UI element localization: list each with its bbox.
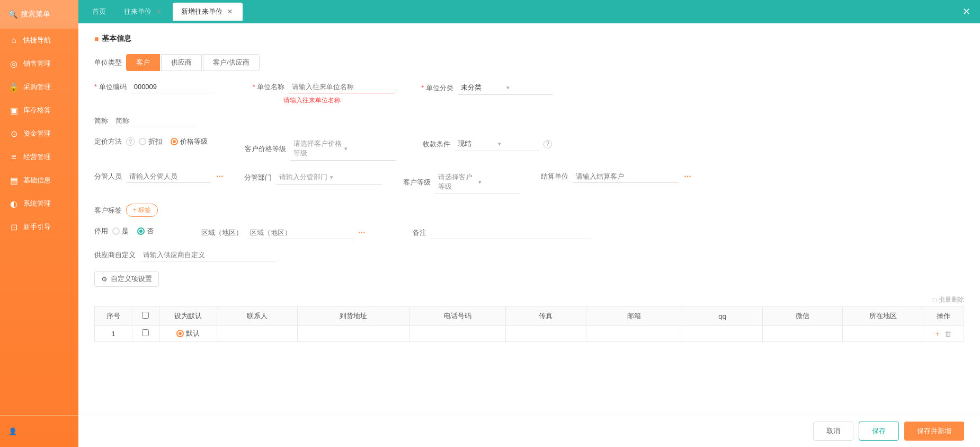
sidebar-item-purchase[interactable]: 🔒采购管理 (0, 75, 78, 99)
dept-select[interactable]: 请输入分管部门 ▾ (276, 170, 382, 185)
region-field: 区域（地区） ··· (201, 226, 365, 239)
custom-settings-label: 自定义项设置 (111, 274, 152, 284)
contact-input[interactable] (236, 330, 278, 338)
supplier-custom-input[interactable] (140, 249, 278, 261)
dept-label: 分管部门 (244, 173, 272, 182)
unit-category-select[interactable]: 未分类 ▾ (458, 81, 553, 95)
supplier-custom-label: 供应商自定义 (94, 250, 136, 260)
col-phone: 电话号码 (409, 307, 506, 326)
pricing-level-label: 价格等级 (180, 137, 208, 146)
customer-level-select[interactable]: 请选择客户等级 ▾ (435, 170, 520, 194)
sales-icon: ◎ (8, 58, 19, 69)
sidebar-item-system[interactable]: ◐系统管理 (0, 192, 78, 215)
sidebar-item-operations[interactable]: ≡经营管理 (0, 145, 78, 169)
save-button[interactable]: 保存 (859, 422, 899, 441)
settlement-input[interactable] (573, 170, 679, 183)
finance-icon: ⊙ (8, 128, 19, 139)
sidebar-item-inventory[interactable]: ▣库存核算 (0, 99, 78, 122)
custom-settings-button[interactable]: ⚙ 自定义项设置 (94, 271, 159, 287)
add-tag-button[interactable]: + 标签 (126, 204, 158, 217)
delete-row-btn[interactable]: 🗑 (945, 330, 951, 338)
pricing-help-icon[interactable]: ? (126, 137, 135, 146)
unit-name-input[interactable] (289, 81, 395, 93)
unit-name-field: 单位名称 (253, 81, 395, 93)
disabled-row: 停用 是 否 区域（地区） ··· 备注 (94, 226, 964, 239)
unit-btn-customer[interactable]: 客户 (126, 54, 160, 71)
tab-close-new-partner[interactable]: ✕ (226, 7, 234, 16)
disabled-field: 停用 是 否 (94, 226, 154, 236)
pricing-radio-discount[interactable]: 折扣 (139, 137, 162, 146)
region-dots-btn[interactable]: ··· (358, 228, 365, 238)
sidebar-item-finance[interactable]: ⊙资金管理 (0, 122, 78, 145)
unit-btn-both[interactable]: 客户/供应商 (203, 54, 260, 71)
batch-delete-label[interactable]: 批量删除 (939, 295, 964, 304)
payment-help-icon[interactable]: ? (544, 140, 552, 148)
radio-no-indicator (137, 227, 145, 235)
sidebar-item-guide[interactable]: ⊡新手引导 (0, 215, 78, 239)
cell-qq (682, 326, 763, 342)
email-input[interactable] (608, 330, 661, 338)
col-seq: 序号 (95, 307, 132, 326)
row-checkbox[interactable] (142, 329, 149, 336)
phone-input[interactable] (431, 330, 484, 338)
region-input[interactable] (247, 226, 353, 239)
notes-input[interactable] (431, 226, 590, 239)
address-input[interactable] (322, 330, 385, 338)
tab-bar: 首页往来单位✕新增往来单位✕ ✕ (78, 0, 980, 23)
fax-input[interactable] (524, 330, 567, 338)
table-body: 1 默认 (95, 326, 964, 342)
tab-close-partner[interactable]: ✕ (155, 7, 163, 16)
supervisor-dots-btn[interactable]: ··· (216, 172, 223, 181)
customer-tag-row: 客户标签 + 标签 (94, 204, 964, 217)
sidebar-search[interactable]: 🔍 搜索菜单 (0, 5, 78, 23)
disabled-radio-yes[interactable]: 是 (112, 226, 129, 236)
dept-placeholder: 请输入分管部门 (279, 172, 328, 182)
tab-partner[interactable]: 往来单位✕ (115, 3, 172, 21)
customer-level-placeholder: 请选择客户等级 (438, 172, 476, 191)
select-all-checkbox[interactable] (142, 312, 149, 319)
save-new-button[interactable]: 保存并新增 (904, 422, 964, 441)
default-radio[interactable]: 默认 (165, 329, 212, 338)
unit-code-input[interactable] (131, 81, 216, 93)
tab-label-new-partner: 新增往来单位 (181, 7, 222, 16)
settlement-label: 结算单位 (541, 172, 568, 181)
customer-price-level-select[interactable]: 请选择客户价格等级 ▾ (290, 137, 396, 161)
qq-input[interactable] (701, 330, 744, 338)
tab-new-partner[interactable]: 新增往来单位✕ (173, 3, 243, 21)
notes-label: 备注 (413, 228, 426, 238)
pricing-discount-label: 折扣 (148, 137, 162, 146)
batch-delete-icon: □ (933, 296, 937, 304)
search-icon: 🔍 (8, 10, 17, 19)
col-region: 所在地区 (843, 307, 923, 326)
notes-field: 备注 (413, 226, 590, 239)
col-email: 邮箱 (586, 307, 682, 326)
col-wechat: 微信 (762, 307, 843, 326)
pricing-method-field: 定价方法 ? 折扣 价格等级 (94, 137, 208, 146)
sidebar-item-sales[interactable]: ◎销售管理 (0, 52, 78, 75)
window-close-button[interactable]: ✕ (958, 4, 975, 20)
settlement-dots-btn[interactable]: ··· (684, 172, 691, 181)
short-name-input[interactable] (112, 115, 197, 127)
supervisor-input[interactable] (126, 170, 211, 183)
payment-terms-select[interactable]: 现结 ▾ (455, 137, 539, 151)
unit-category-label: 单位分类 (421, 83, 453, 93)
tab-home[interactable]: 首页 (84, 3, 114, 21)
disabled-radio-no[interactable]: 否 (137, 226, 154, 236)
sidebar-item-user[interactable]: 👤 (0, 421, 78, 442)
sidebar-label-guide: 新手引导 (23, 222, 51, 232)
pricing-radio-level[interactable]: 价格等级 (171, 137, 208, 146)
supervisor-label: 分管人员 (94, 172, 122, 181)
region-table-input[interactable] (862, 330, 904, 338)
unit-category-field: 单位分类 未分类 ▾ (421, 81, 553, 95)
unit-btn-supplier[interactable]: 供应商 (161, 54, 202, 71)
sidebar-item-quick-nav[interactable]: ⌂快捷导航 (0, 29, 78, 52)
sidebar-item-basics[interactable]: ▤基础信息 (0, 169, 78, 192)
cancel-button[interactable]: 取消 (813, 422, 853, 441)
cell-phone (409, 326, 506, 342)
add-row-btn[interactable]: + (936, 330, 940, 338)
contact-table: 序号 设为默认 联系人 到货地址 电话号码 传真 邮箱 qq 微信 所在地区 操… (94, 306, 964, 342)
inventory-icon: ▣ (8, 105, 19, 116)
sidebar-label-sales: 销售管理 (23, 59, 51, 68)
wechat-input[interactable] (781, 330, 824, 338)
customer-price-level-label: 客户价格等级 (245, 144, 286, 154)
